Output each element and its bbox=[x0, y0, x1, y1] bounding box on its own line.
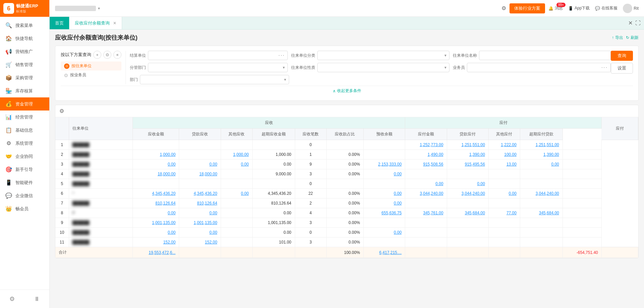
salesperson-option-icon: ⊙ bbox=[64, 73, 68, 78]
col-overdue-pay: 超期应付贷款 bbox=[520, 129, 562, 140]
table-toolbar: ⚙ bbox=[55, 105, 638, 117]
bell-icon: 🔔 bbox=[548, 6, 553, 11]
page-actions: ↑ 导出 ↻ 刷新 bbox=[612, 35, 639, 41]
collapse-filter-btn[interactable]: ∧ 收起更多条件 bbox=[61, 86, 633, 96]
settings-button[interactable]: 设置 bbox=[611, 63, 633, 74]
partner-category-input[interactable]: ▾ bbox=[317, 51, 449, 60]
col-rownum bbox=[55, 117, 69, 140]
notification-btn[interactable]: 🔔 消息 99+ bbox=[548, 5, 563, 11]
wechat-icon: 💬 bbox=[5, 192, 12, 199]
logo-text: 畅捷通ERP 标准版 bbox=[16, 3, 38, 14]
row-num: 11 bbox=[55, 237, 69, 247]
partner-category-label: 往来单位分类 bbox=[291, 53, 315, 58]
row-num: 5 bbox=[55, 179, 69, 189]
salesperson-label: 业务员 bbox=[453, 65, 465, 71]
table-row: 3 ██████ 0.00 0.00 0.00 0.00 9 0.00% 2,1… bbox=[55, 160, 638, 169]
col-pay-amt: 应付金额 bbox=[405, 129, 447, 140]
department-label: 部门 bbox=[130, 77, 138, 83]
row-num: 6 bbox=[55, 189, 69, 199]
filter-scheme-panel: 按以下方案查询 ＋ ⊙ « ⊙ 按往来单位 ⊙ 按业务员 bbox=[61, 51, 126, 84]
col-loan-pay: 贷款应付 bbox=[447, 129, 488, 140]
avatar bbox=[623, 4, 632, 13]
sidebar-item-member[interactable]: 👑 畅会员 bbox=[0, 202, 49, 215]
query-button[interactable]: 查询 bbox=[611, 51, 633, 61]
table-settings-icon[interactable]: ⚙ bbox=[59, 108, 64, 114]
sidebar-item-guide[interactable]: 🎯 新手引导 bbox=[0, 163, 49, 176]
sidebar-item-collab[interactable]: 🤝 企业协同 bbox=[0, 150, 49, 163]
partner-nature-input[interactable]: ▾ bbox=[317, 63, 449, 72]
expand-scheme-btn[interactable]: « bbox=[113, 51, 121, 59]
export-button[interactable]: ↑ 导出 bbox=[612, 35, 623, 41]
managing-dept-input[interactable]: ▾ bbox=[148, 63, 288, 72]
sidebar-item-base-info[interactable]: 📋 基础信息 bbox=[0, 124, 49, 137]
filter-fields-panel: 结算单位 ··· 往来单位分类 ▾ bbox=[130, 51, 611, 84]
download-icon: 📱 bbox=[568, 6, 573, 11]
user-avatar-btn[interactable]: Rit bbox=[623, 4, 639, 13]
settings-scheme-btn[interactable]: ⊙ bbox=[103, 51, 111, 59]
table-footer-row: 合计 19,553,472,6... 100.00% 6,417,215.... bbox=[55, 247, 638, 258]
partner-cell: ██████ bbox=[69, 160, 133, 169]
salesperson-input[interactable]: ··· bbox=[467, 63, 611, 72]
filter-partner-name: 往来单位名称 bbox=[453, 51, 611, 60]
sidebar-item-finance[interactable]: 💰 资金管理 bbox=[0, 97, 49, 111]
partner-cell: ██████ bbox=[69, 199, 133, 208]
footer-label: 合计 bbox=[55, 247, 133, 258]
tab-close-window-icon[interactable]: ✕ bbox=[628, 20, 633, 26]
row-num: 10 bbox=[55, 228, 69, 237]
app-download-btn[interactable]: 📱 App下载 bbox=[568, 5, 590, 11]
sidebar-collapse-btn[interactable]: ⏸ bbox=[32, 294, 42, 305]
settings-icon: ⚙ bbox=[5, 140, 12, 146]
sidebar-item-hardware[interactable]: 📱 智能硬件 bbox=[0, 176, 49, 189]
sidebar-item-purchase[interactable]: 📦 采购管理 bbox=[0, 71, 49, 84]
sidebar-item-wechat[interactable]: 💬 企业微信 bbox=[0, 189, 49, 202]
row-num: 9 bbox=[55, 218, 69, 228]
tab-receivable-query[interactable]: 应收应付余额查询 ✕ bbox=[69, 17, 122, 29]
tab-home[interactable]: 首页 bbox=[50, 17, 69, 29]
footer-recv-total: 19,553,472,6... bbox=[133, 247, 179, 258]
sidebar-item-quicknav[interactable]: 🏠 快捷导航 bbox=[0, 32, 49, 45]
add-scheme-btn[interactable]: ＋ bbox=[93, 51, 101, 59]
partner-name-label: 往来单位名称 bbox=[453, 53, 477, 58]
chevron-up-icon: ∧ bbox=[333, 89, 336, 93]
filter-label: 按以下方案查询 bbox=[61, 52, 91, 58]
partner-cell: ██████ bbox=[69, 140, 133, 150]
filter-actions: 查询 设置 bbox=[611, 51, 633, 84]
col-recv-ratio: 应收款占比 bbox=[326, 129, 363, 140]
sidebar-item-sysadmin[interactable]: ⚙ 系统管理 bbox=[0, 137, 49, 150]
department-input[interactable]: ▾ bbox=[140, 75, 289, 84]
filter-department: 部门 ▾ bbox=[130, 75, 289, 84]
sidebar-item-inventory[interactable]: 🏪 库存核算 bbox=[0, 84, 49, 97]
online-service-btn[interactable]: 💬 在线客服 bbox=[595, 5, 618, 11]
sidebar-item-search[interactable]: 🔍 搜索菜单 bbox=[0, 19, 49, 32]
table-row: 5 ██████ 0 0.00 0.00 bbox=[55, 179, 638, 189]
footer-pay-total: -654,751.40 bbox=[562, 247, 601, 258]
filter-toolbar: 按以下方案查询 ＋ ⊙ « bbox=[61, 51, 121, 59]
solution-button[interactable]: 体验行业方案 bbox=[509, 3, 545, 13]
sidebar-item-operations[interactable]: 📊 经营管理 bbox=[0, 111, 49, 124]
tab-maximize-icon[interactable]: ⛶ bbox=[635, 20, 641, 26]
col-overdue-recv: 超期应收金额 bbox=[252, 129, 295, 140]
service-icon: 💬 bbox=[595, 6, 600, 11]
filter-by-salesperson[interactable]: ⊙ 按业务员 bbox=[61, 71, 121, 80]
tab-close-icon[interactable]: ✕ bbox=[113, 21, 116, 26]
col-partner: 往来单位 bbox=[69, 117, 133, 140]
col-recv-amt: 应收金额 bbox=[133, 129, 179, 140]
col-payable-suffix: 应付 bbox=[601, 117, 638, 140]
data-table: 往来单位 应收 应付 应付 应收金额 贷款应收 其他应收 超期应收金额 应收笔数… bbox=[55, 117, 638, 258]
partner-cell: ██████ bbox=[69, 237, 133, 247]
sidebar-gear-btn[interactable]: ⚙ bbox=[7, 293, 17, 305]
col-recv-count: 应收笔数 bbox=[295, 129, 326, 140]
topbar-right: 🔔 消息 99+ 📱 App下载 💬 在线客服 Rit bbox=[548, 4, 639, 13]
member-icon: 👑 bbox=[5, 206, 12, 212]
settlement-unit-input[interactable]: ··· bbox=[148, 51, 288, 60]
sidebar-item-sales[interactable]: 🛒 销售管理 bbox=[0, 58, 49, 71]
table-scroll[interactable]: 往来单位 应收 应付 应付 应收金额 贷款应收 其他应收 超期应收金额 应收笔数… bbox=[55, 117, 638, 258]
sidebar-logo: 6 畅捷通ERP 标准版 bbox=[0, 0, 49, 17]
filter-by-partner[interactable]: ⊙ 按往来单位 bbox=[61, 61, 121, 71]
partner-cell: ██████ bbox=[69, 179, 133, 189]
topbar-gear-icon[interactable]: ⚙ bbox=[501, 5, 506, 11]
refresh-button[interactable]: ↻ 刷新 bbox=[626, 35, 639, 41]
purchase-icon: 📦 bbox=[5, 75, 12, 81]
sidebar-item-marketing[interactable]: 📢 营销推广 bbox=[0, 45, 49, 58]
partner-name-input[interactable] bbox=[479, 51, 611, 60]
